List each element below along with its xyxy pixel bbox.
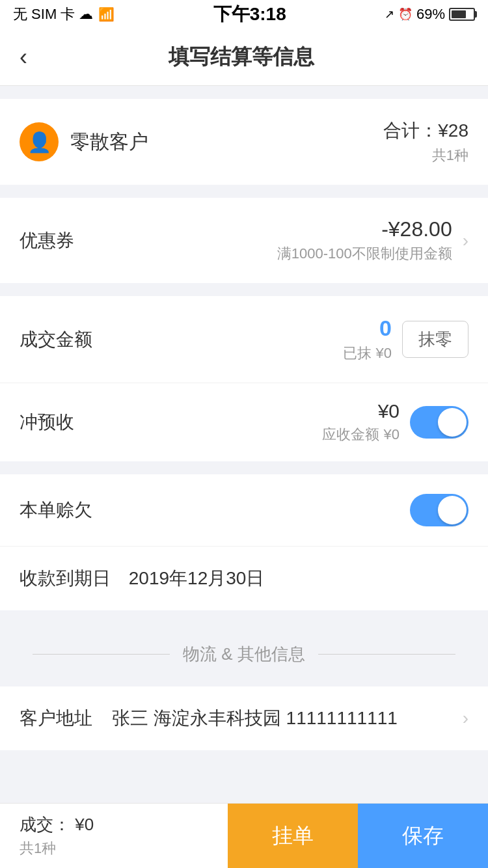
transaction-amount[interactable]: 0 — [343, 316, 392, 341]
page-title: 填写结算等信息 — [40, 43, 442, 72]
logistics-line-left — [33, 654, 170, 655]
battery-percent: 69% — [416, 6, 445, 23]
prepay-sub: 应收金额 ¥0 — [322, 425, 400, 444]
divider-4 — [0, 610, 488, 623]
due-date-value: 2019年12月30日 — [129, 568, 265, 588]
logistics-header: 物流 & 其他信息 — [0, 623, 488, 685]
address-label: 客户地址 — [20, 706, 92, 731]
customer-row: 👤 零散客户 合计：¥28 共1种 — [0, 99, 488, 185]
debt-section: 本单赊欠 收款到期日 2019年12月30日 — [0, 474, 488, 610]
transaction-sub: 已抹 ¥0 — [343, 344, 392, 363]
due-date-label: 收款到期日 2019年12月30日 — [20, 568, 264, 588]
divider-2 — [0, 283, 488, 296]
status-bar: 无 SIM 卡 ☁ 📶 下午3:18 ↗ ⏰ 69% — [0, 0, 488, 29]
total-amount: 合计：¥28 — [383, 118, 468, 143]
status-right: ↗ ⏰ 69% — [385, 6, 475, 23]
due-date-row: 收款到期日 2019年12月30日 — [0, 546, 488, 610]
bottom-bar: 成交： ¥0 共1种 挂单 保存 — [0, 803, 488, 868]
deal-amount: ¥0 — [75, 815, 94, 834]
coupon-chevron-icon: › — [463, 230, 468, 251]
logistics-line-right — [318, 654, 455, 655]
transaction-right: 0 已抹 ¥0 抹零 — [343, 316, 468, 363]
save-button[interactable]: 保存 — [358, 804, 488, 868]
coupon-value-col: -¥28.00 满1000-100不限制使用金额 — [277, 217, 452, 264]
address-section: 客户地址 张三 海淀永丰科技园 11111111111 › — [0, 686, 488, 750]
address-chevron-icon: › — [463, 708, 468, 729]
coupon-row[interactable]: 优惠券 -¥28.00 满1000-100不限制使用金额 › — [0, 198, 488, 283]
prepay-row: 冲预收 ¥0 应收金额 ¥0 — [0, 383, 488, 461]
nav-bar: ‹ 填写结算等信息 — [0, 29, 488, 86]
divider-1 — [0, 185, 488, 198]
prepay-toggle[interactable] — [410, 406, 468, 439]
coupon-section: 优惠券 -¥28.00 满1000-100不限制使用金额 › — [0, 198, 488, 283]
alarm-icon: ⏰ — [398, 7, 413, 21]
coupon-right: -¥28.00 满1000-100不限制使用金额 › — [277, 217, 468, 264]
transaction-label: 成交金额 — [20, 327, 98, 352]
bottom-summary: 成交： ¥0 共1种 — [0, 813, 228, 858]
customer-section: 👤 零散客户 合计：¥28 共1种 — [0, 99, 488, 185]
prepay-amount-col: ¥0 应收金额 ¥0 — [322, 400, 400, 444]
coupon-label: 优惠券 — [20, 228, 98, 253]
debt-label: 本单赊欠 — [20, 498, 92, 522]
bottom-deal: 成交： ¥0 — [20, 813, 208, 836]
customer-left: 👤 零散客户 — [20, 122, 148, 161]
status-left: 无 SIM 卡 ☁ 📶 — [13, 5, 115, 24]
debt-row: 本单赊欠 — [0, 474, 488, 546]
transaction-row: 成交金额 0 已抹 ¥0 抹零 — [0, 296, 488, 383]
coupon-discount: -¥28.00 — [277, 217, 452, 241]
bottom-count: 共1种 — [20, 839, 208, 858]
customer-name: 零散客户 — [70, 129, 148, 156]
customer-total: 合计：¥28 共1种 — [383, 118, 468, 165]
deal-label: 成交： — [20, 815, 70, 834]
location-icon: ↗ — [385, 7, 394, 21]
hang-button[interactable]: 挂单 — [228, 804, 358, 868]
status-time: 下午3:18 — [213, 2, 286, 27]
wifi-icon: 📶 — [98, 7, 115, 22]
coupon-subtext: 满1000-100不限制使用金额 — [277, 244, 452, 264]
back-button[interactable]: ‹ — [20, 39, 40, 75]
address-row[interactable]: 客户地址 张三 海淀永丰科技园 11111111111 › — [0, 686, 488, 750]
prepay-right: ¥0 应收金额 ¥0 — [322, 400, 468, 444]
avatar: 👤 — [20, 122, 59, 161]
total-count: 共1种 — [383, 146, 468, 165]
due-label-text: 收款到期日 — [20, 568, 111, 588]
prepay-toggle-knob — [438, 408, 467, 437]
sim-label: 无 SIM 卡 ☁ — [13, 5, 93, 24]
address-value: 张三 海淀永丰科技园 11111111111 — [112, 706, 443, 731]
battery-icon — [449, 8, 475, 21]
debt-toggle[interactable] — [410, 494, 468, 526]
transaction-section: 成交金额 0 已抹 ¥0 抹零 冲预收 ¥0 应收金额 ¥0 — [0, 296, 488, 461]
transaction-value-col: 0 已抹 ¥0 — [343, 316, 392, 363]
prepay-label: 冲预收 — [20, 410, 74, 435]
divider-3 — [0, 461, 488, 474]
logistics-title: 物流 & 其他信息 — [183, 643, 305, 666]
round-off-button[interactable]: 抹零 — [402, 321, 468, 358]
prepay-amount: ¥0 — [322, 400, 400, 422]
avatar-icon: 👤 — [27, 131, 51, 154]
debt-toggle-knob — [438, 496, 467, 524]
